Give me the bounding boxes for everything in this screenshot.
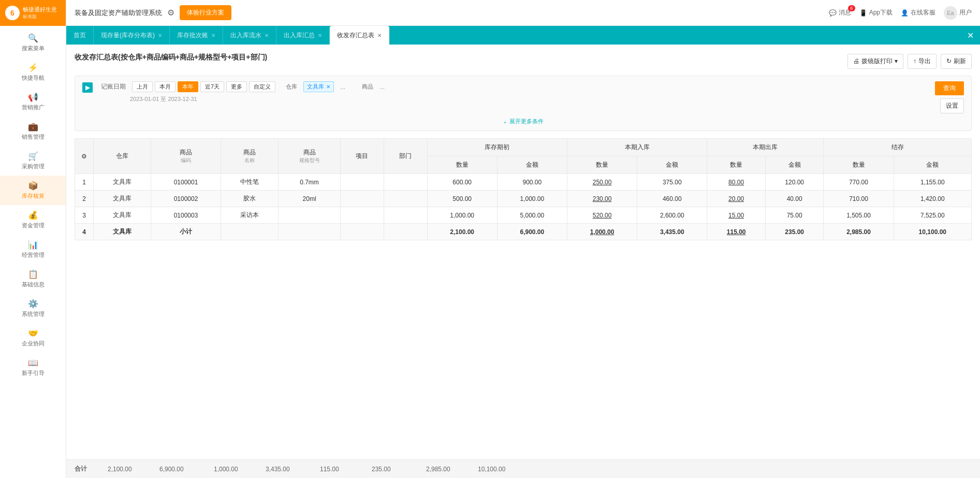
col-in-qty-header: 数量 bbox=[567, 156, 637, 174]
tab-inout-flow-close[interactable]: ✕ bbox=[265, 33, 269, 38]
subtotal-balance-amt: 10,100.00 bbox=[894, 224, 971, 240]
tab-stock-dist-close[interactable]: ✕ bbox=[158, 33, 162, 38]
sidebar-item-system[interactable]: ⚙️ 系统管理 bbox=[0, 294, 66, 323]
tab-stock-distribution[interactable]: 现存量(库存分布表) ✕ bbox=[94, 26, 170, 45]
page-header-row: 收发存汇总表(按仓库+商品编码+商品+规格型号+项目+部门) 🖨 拨镜版打印 ▾… bbox=[75, 53, 972, 69]
table-row: 3 文具库 0100003 采访本 1,000.00 5,000.00 520.… bbox=[75, 207, 972, 224]
subtotal-empty1 bbox=[221, 224, 279, 240]
sidebar-item-enterprise[interactable]: 🤝 企业协同 bbox=[0, 323, 66, 353]
tab-batch-label: 库存批次账 bbox=[177, 31, 208, 40]
row1-opening-qty: 600.00 bbox=[427, 174, 497, 191]
page-title: 收发存汇总表(按仓库+商品编码+商品+规格型号+项目+部门) bbox=[75, 53, 267, 62]
total-label: 合计 bbox=[75, 465, 87, 473]
total-in-amt: 3,435.00 bbox=[266, 466, 310, 473]
date-btn-custom[interactable]: 自定义 bbox=[249, 81, 275, 92]
row2-out-amt: 40.00 bbox=[765, 191, 824, 207]
refresh-button[interactable]: ↻ 刷新 bbox=[941, 54, 972, 69]
online-service-item[interactable]: 👤 在线客服 bbox=[901, 8, 935, 17]
system-icon: ⚙️ bbox=[28, 299, 38, 309]
sidebar-item-inventory[interactable]: 📦 库存核算 bbox=[0, 176, 66, 205]
subtotal-out-qty: 115.00 bbox=[707, 224, 766, 240]
tab-bar: 首页 现存量(库存分布表) ✕ 库存批次账 ✕ 出入库流水 ✕ 出入库汇总 ✕ … bbox=[66, 26, 980, 45]
sidebar-item-quicknav[interactable]: ⚡ 快捷导航 bbox=[0, 57, 66, 87]
row1-project bbox=[341, 174, 384, 191]
app-download-label: App下载 bbox=[869, 8, 893, 17]
sidebar-item-newguide-label: 新手引导 bbox=[22, 369, 45, 377]
sidebar-item-finance[interactable]: 💰 资金管理 bbox=[0, 205, 66, 235]
date-btn-last-month[interactable]: 上月 bbox=[132, 81, 153, 92]
filter-ellipsis-1[interactable]: ... bbox=[340, 83, 345, 91]
sidebar-item-newguide[interactable]: 📖 新手引导 bbox=[0, 353, 66, 382]
collapse-arrow[interactable]: ▶ bbox=[82, 82, 93, 93]
sales-icon: 💼 bbox=[28, 122, 38, 132]
print-button[interactable]: 🖨 拨镜版打印 ▾ bbox=[847, 54, 903, 69]
row3-no: 3 bbox=[75, 207, 94, 224]
subtotal-out-amt: 235.00 bbox=[765, 224, 824, 240]
sidebar-item-basicinfo[interactable]: 📋 基础信息 bbox=[0, 264, 66, 294]
date-btn-more[interactable]: 更多 bbox=[226, 81, 247, 92]
tab-recv-send-close[interactable]: ✕ bbox=[377, 33, 382, 38]
total-opening-qty: 2,100.00 bbox=[108, 466, 149, 473]
date-btn-this-year[interactable]: 本年 bbox=[178, 81, 198, 92]
subtotal-balance-qty: 2,985.00 bbox=[824, 224, 894, 240]
tab-batch-close[interactable]: ✕ bbox=[211, 33, 215, 38]
goods-label: 商品 bbox=[362, 83, 373, 91]
logo-icon: 6 bbox=[5, 6, 20, 20]
tab-inout-summary[interactable]: 出入库汇总 ✕ bbox=[276, 26, 330, 45]
user-item[interactable]: Ea 用户 bbox=[944, 6, 972, 20]
filter-row-date: 记账日期 上月 本月 本年 近7天 更多 自定义 仓库 bbox=[101, 81, 927, 92]
row2-project bbox=[341, 191, 384, 207]
subtotal-label: 小计 bbox=[151, 224, 221, 240]
date-label: 记账日期 bbox=[101, 82, 126, 91]
date-btn-7days[interactable]: 近7天 bbox=[200, 81, 224, 92]
row3-code: 0100003 bbox=[151, 207, 221, 224]
row2-dept bbox=[384, 191, 427, 207]
col-project-header: 项目 bbox=[341, 139, 384, 174]
total-opening-amt: 6,900.00 bbox=[159, 466, 203, 473]
tab-home[interactable]: 首页 bbox=[66, 26, 94, 45]
date-btn-this-month[interactable]: 本月 bbox=[155, 81, 175, 92]
sidebar-item-marketing[interactable]: 📢 营销推广 bbox=[0, 87, 66, 117]
row3-warehouse: 文具库 bbox=[94, 207, 151, 224]
settings-button[interactable]: 设置 bbox=[940, 98, 964, 113]
row3-name: 采访本 bbox=[221, 207, 279, 224]
col-dept-header: 部门 bbox=[384, 139, 427, 174]
experience-button[interactable]: 体验行业方案 bbox=[180, 5, 231, 20]
bottom-bar: 合计 2,100.00 6,900.00 1,000.00 3,435.00 1… bbox=[66, 459, 980, 478]
tab-inout-flow[interactable]: 出入库流水 ✕ bbox=[223, 26, 276, 45]
query-button[interactable]: 查询 bbox=[935, 81, 964, 95]
tab-inout-flow-label: 出入库流水 bbox=[230, 31, 261, 40]
sidebar-item-management[interactable]: 📊 经营管理 bbox=[0, 235, 66, 264]
sidebar-menu: 🔍 搜索菜单 ⚡ 快捷导航 📢 营销推广 💼 销售管理 🛒 采购管理 📦 bbox=[0, 26, 66, 478]
col-balance-header: 结存 bbox=[824, 139, 972, 156]
expand-button[interactable]: ⌄ 展开更多条件 bbox=[503, 118, 544, 125]
tab-batch[interactable]: 库存批次账 ✕ bbox=[170, 26, 223, 45]
tab-inout-summary-close[interactable]: ✕ bbox=[318, 33, 322, 38]
tab-bar-close-all[interactable]: ✕ bbox=[961, 31, 980, 40]
page-actions: 🖨 拨镜版打印 ▾ ↑ 导出 ↻ 刷新 bbox=[847, 54, 972, 69]
table-settings-header[interactable]: ⚙ bbox=[75, 139, 94, 174]
sidebar-item-management-label: 经营管理 bbox=[22, 251, 45, 259]
row3-balance-qty: 1,505.00 bbox=[824, 207, 894, 224]
export-button[interactable]: ↑ 导出 bbox=[908, 54, 937, 69]
row2-opening-qty: 500.00 bbox=[427, 191, 497, 207]
settings-icon[interactable]: ⚙ bbox=[167, 8, 174, 18]
warehouse-tag-text: 文具库 bbox=[307, 83, 324, 91]
sidebar-item-search[interactable]: 🔍 搜索菜单 bbox=[0, 28, 66, 57]
filter-ellipsis-2[interactable]: ... bbox=[379, 83, 385, 91]
filter-bar: ▶ 记账日期 上月 本月 本年 近7天 更多 bbox=[75, 76, 972, 131]
header-right: 💬 消息 6 📱 App下载 👤 在线客服 Ea 用户 bbox=[829, 6, 972, 20]
col-balance-amt-header: 金额 bbox=[894, 156, 971, 174]
subtotal-opening-qty: 2,100.00 bbox=[427, 224, 497, 240]
quicknav-icon: ⚡ bbox=[28, 63, 38, 73]
sidebar-item-purchase[interactable]: 🛒 采购管理 bbox=[0, 146, 66, 176]
sidebar-item-sales[interactable]: 💼 销售管理 bbox=[0, 117, 66, 146]
warehouse-tag-close[interactable]: ✕ bbox=[326, 84, 330, 90]
app-download-item[interactable]: 📱 App下载 bbox=[859, 8, 893, 17]
print-dropdown-icon: ▾ bbox=[895, 57, 898, 65]
row1-name: 中性笔 bbox=[221, 174, 279, 191]
subtotal-warehouse: 文具库 bbox=[94, 224, 151, 240]
tab-recv-send-summary[interactable]: 收发存汇总表 ✕ bbox=[330, 26, 389, 45]
message-item[interactable]: 💬 消息 6 bbox=[829, 8, 851, 17]
date-range: 2023-01-01 至 2023-12-31 bbox=[130, 95, 927, 103]
